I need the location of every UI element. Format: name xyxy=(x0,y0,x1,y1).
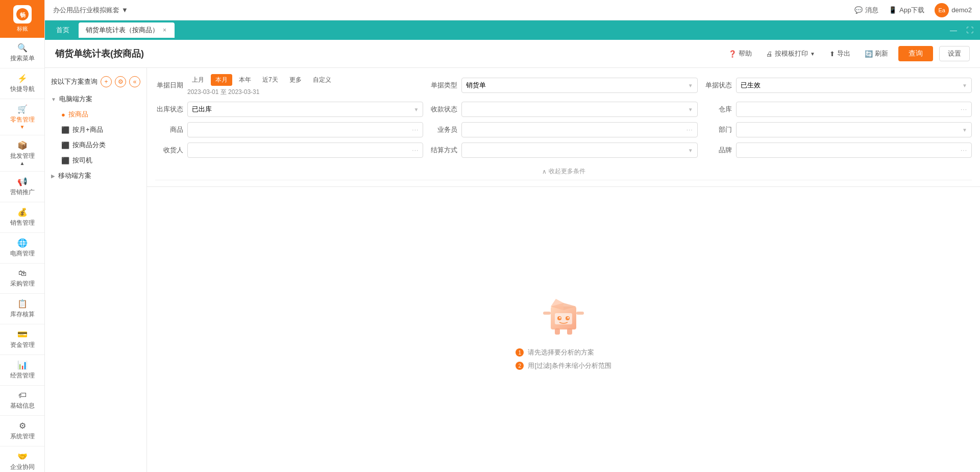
tip-text-2: 用[过滤]条件来缩小分析范围 xyxy=(528,361,611,370)
sidebar-item-ecommerce[interactable]: 🌐 电商管理 xyxy=(0,233,44,264)
doc-type-label: 单据类型 xyxy=(429,81,457,90)
settings-button[interactable]: 设置 xyxy=(939,46,970,61)
ecommerce-icon: 🌐 xyxy=(17,238,28,248)
filter-date-field: 单据日期 上月 本月 本年 近7天 更多 自定义 20 xyxy=(155,74,423,97)
out-status-control[interactable]: 已出库 ▼ xyxy=(187,102,423,117)
department-control[interactable]: ▼ xyxy=(736,122,972,137)
filter-doc-status-field: 单据状态 已生效 ▼ xyxy=(704,78,972,93)
print-label: 按模板打印 xyxy=(775,49,808,58)
date-tab-more[interactable]: 更多 xyxy=(285,74,306,86)
logo-icon: 畅 xyxy=(13,5,32,23)
export-btn[interactable]: ⬆ 导出 xyxy=(825,47,854,60)
collapse-panel-btn[interactable]: « xyxy=(129,76,140,87)
payment-status-control[interactable]: ▼ xyxy=(461,102,697,117)
sidebar-item-label: 电商管理 xyxy=(10,249,35,258)
sidebar-item-label: 资金管理 xyxy=(10,341,35,349)
tree-section-mobile[interactable]: ▶ 移动端方案 xyxy=(45,168,146,183)
sidebar-item-wholesale[interactable]: 📦 批发管理 ▲ xyxy=(0,135,44,172)
refresh-btn[interactable]: 🔄 刷新 xyxy=(861,47,892,60)
sidebar-item-enterprise[interactable]: 🤝 企业协同 xyxy=(0,446,44,472)
inventory-icon: 📋 xyxy=(17,299,28,309)
add-scheme-btn[interactable]: + xyxy=(101,76,112,87)
maximize-btn[interactable]: ⛶ xyxy=(964,25,976,35)
empty-tip-1: 1 请先选择要分析的方案 xyxy=(516,348,611,357)
help-btn[interactable]: ❓ 帮助 xyxy=(724,47,756,60)
active-scheme-icon: ● xyxy=(61,111,65,119)
tree-section-desktop[interactable]: ▼ 电脑端方案 xyxy=(45,91,146,107)
sidebar-item-purchase[interactable]: 🛍 采购管理 xyxy=(0,264,44,294)
minimize-btn[interactable]: — xyxy=(947,25,960,35)
tab-window-controls: — ⛶ xyxy=(947,25,976,35)
query-button[interactable]: 查询 xyxy=(898,46,933,61)
scheme-icon: ⬛ xyxy=(61,141,69,149)
dropdown-arrow-icon: ▼ xyxy=(413,107,419,112)
filter-row-3: 商品 ··· 业务员 ··· xyxy=(155,122,972,137)
tree-item-by-category[interactable]: ⬛ 按商品分类 xyxy=(57,137,146,153)
system-icon: ⚙ xyxy=(19,421,26,431)
scheme-settings-btn[interactable]: ⚙ xyxy=(115,76,126,87)
receiver-control[interactable]: ··· xyxy=(187,143,423,158)
date-tab-this-month[interactable]: 本月 xyxy=(211,74,232,86)
collapse-more-btn[interactable]: ∧ 收起更多条件 xyxy=(155,163,972,180)
tab-close-btn[interactable]: × xyxy=(162,26,167,34)
industry-selector[interactable]: 办公用品行业模拟账套 ▼ xyxy=(53,6,128,15)
sidebar-item-quick-nav[interactable]: ⚡ 快捷导航 xyxy=(0,68,44,99)
date-tab-custom[interactable]: 自定义 xyxy=(308,74,336,86)
tree-item-by-month-goods[interactable]: ⬛ 按月+商品 xyxy=(57,122,146,137)
more-options-icon: ··· xyxy=(961,147,967,154)
sidebar-item-sales[interactable]: 💰 销售管理 xyxy=(0,202,44,233)
logo-area[interactable]: 畅 标账 xyxy=(0,0,44,38)
print-btn[interactable]: 🖨 按模板打印 ▼ xyxy=(762,47,819,60)
date-tab-this-year[interactable]: 本年 xyxy=(234,74,256,86)
dropdown-arrow-icon: ▼ xyxy=(688,83,693,88)
sidebar-item-label: 采购管理 xyxy=(10,279,35,288)
tree-item-label: 按月+商品 xyxy=(72,125,103,134)
purchase-icon: 🛍 xyxy=(18,269,27,278)
industry-label: 办公用品行业模拟账套 xyxy=(53,6,119,15)
tip-number-2: 2 xyxy=(516,362,524,370)
panel-header: 按以下方案查询 + ⚙ « xyxy=(45,72,146,91)
doc-type-control[interactable]: 销货单 ▼ xyxy=(461,78,697,93)
sidebar-item-retail[interactable]: 🛒 零售管理 ▼ xyxy=(0,99,44,135)
message-btn[interactable]: 💬 消息 xyxy=(854,6,878,15)
salesperson-control[interactable]: ··· xyxy=(461,122,697,137)
dropdown-arrow-icon: ▼ xyxy=(962,83,967,88)
sidebar-item-label: 经营管理 xyxy=(10,371,35,380)
page-title: 销货单统计表(按商品) xyxy=(55,48,144,60)
user-profile-btn[interactable]: Ea demo2 xyxy=(935,3,972,17)
app-download-btn[interactable]: 📱 App下载 xyxy=(889,6,924,15)
tab-home[interactable]: 首页 xyxy=(49,22,77,38)
tab-active[interactable]: 销货单统计表（按商品） × xyxy=(79,22,175,38)
logo-svg: 畅 xyxy=(16,8,29,21)
payment-status-label: 收款状态 xyxy=(429,105,457,114)
sidebar-item-operation[interactable]: 📊 经营管理 xyxy=(0,355,44,386)
scheme-icon: ⬛ xyxy=(61,157,69,164)
sidebar-item-label: 系统管理 xyxy=(10,432,35,441)
settlement-control[interactable]: ▼ xyxy=(461,143,697,158)
warehouse-control[interactable]: ··· xyxy=(736,102,972,117)
filter-doc-type-field: 单据类型 销货单 ▼ xyxy=(429,78,697,93)
date-tab-last-month[interactable]: 上月 xyxy=(187,74,209,86)
brand-control[interactable]: ··· xyxy=(736,143,972,158)
doc-status-control[interactable]: 已生效 ▼ xyxy=(736,78,972,93)
sidebar-item-basic[interactable]: 🏷 基础信息 xyxy=(0,386,44,416)
tree-item-label: 按商品分类 xyxy=(72,140,106,150)
sidebar-item-system[interactable]: ⚙ 系统管理 xyxy=(0,416,44,446)
sidebar-item-inventory[interactable]: 📋 库存核算 xyxy=(0,294,44,324)
sidebar-item-label: 基础信息 xyxy=(10,402,35,410)
collapse-label: 收起更多条件 xyxy=(549,167,585,176)
goods-control[interactable]: ··· xyxy=(187,122,423,137)
quick-nav-icon: ⚡ xyxy=(17,74,28,83)
goods-label: 商品 xyxy=(155,125,183,134)
sidebar-item-label: 零售管理 xyxy=(10,115,35,124)
date-tab-7-days[interactable]: 近7天 xyxy=(258,74,283,86)
tree-item-by-driver[interactable]: ⬛ 按司机 xyxy=(57,153,146,168)
sidebar-item-search-menu[interactable]: 🔍 搜索菜单 xyxy=(0,38,44,68)
tree-item-by-goods[interactable]: ● 按商品 xyxy=(57,107,146,122)
filter-warehouse-field: 仓库 ··· xyxy=(704,102,972,117)
scheme-icon: ⬛ xyxy=(61,126,69,134)
svg-point-9 xyxy=(567,317,569,319)
sidebar-item-label: 营销推广 xyxy=(10,188,35,197)
sidebar-item-marketing[interactable]: 📢 营销推广 xyxy=(0,172,44,202)
sidebar-item-finance[interactable]: 💳 资金管理 xyxy=(0,324,44,355)
